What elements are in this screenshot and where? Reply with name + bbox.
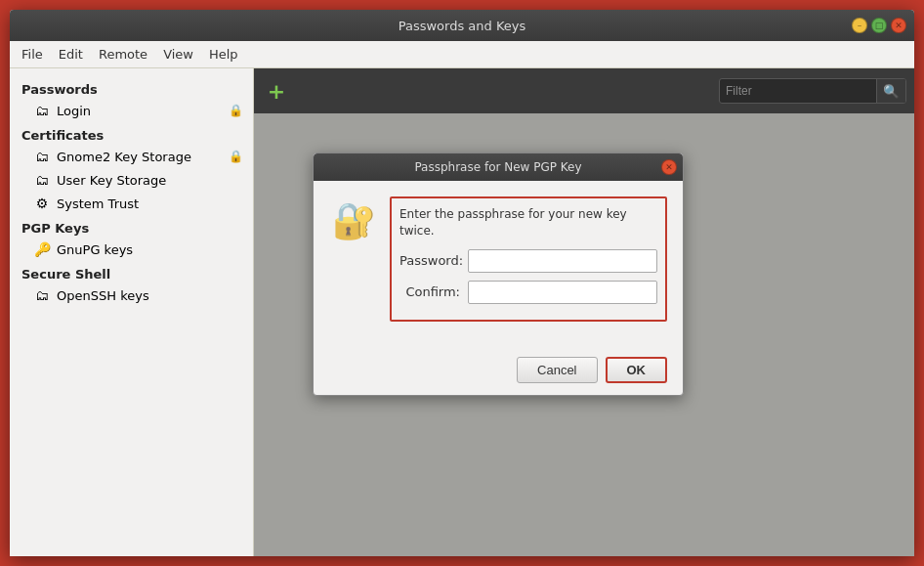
sidebar-section-pgpkeys: PGP Keys [10,215,253,238]
form-row-confirm: Confirm: [399,281,657,304]
window-controls: – □ ✕ [852,18,906,33]
key-graphic-icon: 🔐 [332,200,376,241]
login-icon: 🗂 [33,102,51,119]
password-input[interactable] [468,249,657,273]
form-row-password: Password: [399,249,657,273]
add-icon: + [268,79,285,104]
main-content: + 🔍 Passphrase for New PGP Key [254,68,914,556]
key-icon-area: 🔐 [329,196,378,322]
dialog-buttons: Cancel OK [314,349,683,395]
sidebar-item-login-label: Login [57,104,91,118]
close-button[interactable]: ✕ [891,18,906,33]
sidebar-item-systemtrust-label: System Trust [57,196,139,211]
sidebar-item-userkey-label: User Key Storage [57,173,166,188]
filter-box: 🔍 [719,78,906,104]
sidebar-item-gnupg[interactable]: 🔑 GnuPG keys [10,238,253,261]
lock-icon-gnome2: 🔒 [229,150,243,163]
dialog-titlebar: Passphrase for New PGP Key ✕ [314,153,683,181]
dialog-title: Passphrase for New PGP Key [414,160,581,174]
menu-file[interactable]: File [14,45,51,64]
sidebar-item-systemtrust[interactable]: ⚙ System Trust [10,192,253,215]
openssh-icon: 🗂 [33,286,51,304]
sidebar-item-gnome2[interactable]: 🗂 Gnome2 Key Storage 🔒 [10,145,253,168]
menu-edit[interactable]: Edit [51,45,91,64]
modal-overlay: Passphrase for New PGP Key ✕ 🔐 Enter the… [254,113,914,556]
lock-icon-login: 🔒 [229,104,243,117]
toolbar: + 🔍 [254,68,914,113]
dialog-body: 🔐 Enter the passphrase for your new key … [314,181,683,349]
userkey-icon: 🗂 [33,171,51,189]
gnupg-icon: 🔑 [33,240,51,258]
menu-remote[interactable]: Remote [91,45,155,64]
dialog-close-button[interactable]: ✕ [661,159,677,175]
dialog: Passphrase for New PGP Key ✕ 🔐 Enter the… [313,152,684,396]
dialog-instructions: Enter the passphrase for your new key tw… [399,206,657,239]
menu-bar: File Edit Remote View Help [10,41,914,68]
confirm-label: Confirm: [399,284,468,299]
main-window: Passwords and Keys – □ ✕ File Edit Remot… [10,10,914,556]
sidebar: Passwords 🗂 Login 🔒 Certificates 🗂 Gnome… [10,68,254,556]
add-button[interactable]: + [262,76,291,106]
sidebar-item-openssh-label: OpenSSH keys [57,288,149,303]
password-label: Password: [399,253,468,268]
dialog-form-area: Enter the passphrase for your new key tw… [390,196,667,322]
sidebar-section-passwords: Passwords [10,76,253,99]
menu-help[interactable]: Help [201,45,246,64]
title-bar: Passwords and Keys – □ ✕ [10,10,914,41]
content-area: Passwords 🗂 Login 🔒 Certificates 🗂 Gnome… [10,68,914,556]
filter-input[interactable] [720,82,876,100]
gnome2-icon: 🗂 [33,148,51,165]
sidebar-item-gnome2-label: Gnome2 Key Storage [57,150,191,164]
sidebar-item-openssh[interactable]: 🗂 OpenSSH keys [10,283,253,307]
confirm-input[interactable] [468,281,657,304]
sidebar-section-secureshell: Secure Shell [10,261,253,283]
main-body: Passphrase for New PGP Key ✕ 🔐 Enter the… [254,113,914,556]
window-title: Passwords and Keys [399,19,526,33]
sidebar-item-login[interactable]: 🗂 Login 🔒 [10,99,253,122]
dialog-top-row: 🔐 Enter the passphrase for your new key … [329,196,667,322]
ok-button[interactable]: OK [606,357,668,383]
sidebar-item-userkey[interactable]: 🗂 User Key Storage [10,168,253,192]
sidebar-section-certificates: Certificates [10,122,253,145]
sidebar-item-gnupg-label: GnuPG keys [57,242,133,257]
minimize-button[interactable]: – [852,18,867,33]
filter-search-button[interactable]: 🔍 [876,79,905,103]
cancel-button[interactable]: Cancel [517,357,597,383]
menu-view[interactable]: View [155,45,201,64]
systemtrust-icon: ⚙ [33,195,51,212]
maximize-button[interactable]: □ [871,18,887,33]
search-icon: 🔍 [883,84,900,99]
